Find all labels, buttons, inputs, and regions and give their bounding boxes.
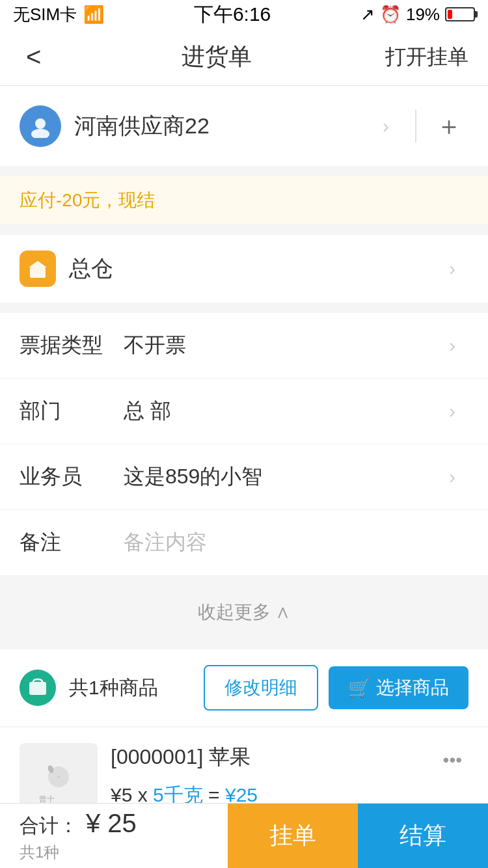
dept-value: 总 部 [124, 397, 449, 426]
remark-label: 备注 [20, 528, 124, 557]
invoice-value: 不开票 [124, 331, 449, 360]
edit-detail-button[interactable]: 修改明细 [204, 665, 318, 711]
warehouse-name: 总仓 [69, 254, 449, 284]
status-right: ↗ ⏰ 19% [360, 5, 475, 25]
product-name: [0000001] 苹果 [111, 743, 437, 772]
warehouse-section[interactable]: 总仓 › [0, 235, 488, 303]
status-time: 下午6:16 [194, 1, 271, 28]
collapse-bar[interactable]: 收起更多 ∧ [0, 586, 488, 639]
open-pending-button[interactable]: 打开挂单 [385, 43, 468, 72]
remark-row[interactable]: 备注 备注内容 [0, 510, 488, 575]
products-header: 共1种商品 修改明细 🛒 选择商品 [0, 649, 488, 726]
product-title: 苹果 [209, 745, 251, 768]
wifi-icon: 📶 [83, 5, 104, 25]
bottom-bar: 合计： ¥ 25 共1种 挂单 结算 [0, 803, 488, 868]
remark-input[interactable]: 备注内容 [124, 528, 468, 557]
add-supplier-button[interactable]: ＋ [429, 102, 468, 150]
total-label: 合计： ¥ 25 [20, 809, 208, 839]
supplier-divider [415, 110, 416, 142]
svg-point-1 [31, 129, 49, 138]
invoice-label: 票据类型 [20, 331, 124, 360]
salesperson-label: 业务员 [20, 463, 124, 491]
salesperson-chevron-icon: › [449, 466, 455, 488]
cart-icon: 🛒 [348, 677, 371, 699]
dept-chevron-icon: › [449, 400, 455, 422]
svg-text:曾十: 曾十 [39, 794, 55, 804]
total-amount: ¥ 25 [86, 809, 137, 838]
battery-icon [445, 7, 475, 21]
salesperson-row[interactable]: 业务员 这是859的小智 › [0, 444, 488, 510]
products-icon [20, 670, 56, 706]
supplier-avatar [20, 105, 61, 147]
svg-point-0 [35, 118, 46, 129]
battery-fill [448, 10, 452, 19]
select-product-label: 选择商品 [376, 675, 449, 700]
supplier-chevron-icon: › [383, 115, 389, 137]
warehouse-icon [20, 251, 56, 287]
status-left: 无SIM卡 📶 [13, 3, 104, 26]
supplier-section: 河南供应商22 › ＋ [0, 86, 488, 166]
carrier-text: 无SIM卡 [13, 3, 77, 26]
alarm-icon: ⏰ [380, 5, 401, 25]
svg-marker-3 [29, 261, 47, 267]
dept-row[interactable]: 部门 总 部 › [0, 379, 488, 444]
product-code: [0000001] [111, 745, 203, 768]
svg-point-7 [57, 776, 60, 778]
product-info: [0000001] 苹果 ¥5 x 5千克 = ¥25 [111, 743, 437, 809]
notice-bar: 应付-20元，现结 [0, 176, 488, 224]
svg-rect-4 [29, 682, 46, 695]
warehouse-chevron-icon: › [449, 258, 455, 280]
supplier-name: 河南供应商22 [74, 111, 383, 141]
total-section: 合计： ¥ 25 共1种 [0, 809, 228, 863]
total-count: 共1种 [20, 842, 208, 863]
products-count: 共1种商品 [69, 675, 204, 701]
checkout-button[interactable]: 结算 [358, 804, 488, 869]
battery-percent: 19% [406, 5, 440, 25]
nav-bar: < 进货单 打开挂单 [0, 29, 488, 86]
status-bar: 无SIM卡 📶 下午6:16 ↗ ⏰ 19% [0, 0, 488, 29]
page-title: 进货单 [182, 41, 252, 73]
invoice-row[interactable]: 票据类型 不开票 › [0, 313, 488, 379]
select-product-button[interactable]: 🛒 选择商品 [329, 666, 468, 709]
fields-section: 票据类型 不开票 › 部门 总 部 › 业务员 这是859的小智 › 备注 备注… [0, 313, 488, 575]
supplier-row[interactable]: 河南供应商22 › ＋ [0, 86, 488, 166]
invoice-chevron-icon: › [449, 334, 455, 357]
total-text: 合计： [20, 813, 78, 839]
location-icon: ↗ [360, 5, 375, 25]
dept-label: 部门 [20, 397, 124, 426]
back-button[interactable]: < [20, 36, 47, 78]
hang-button[interactable]: 挂单 [228, 804, 358, 869]
svg-rect-2 [30, 267, 46, 278]
salesperson-value: 这是859的小智 [124, 463, 449, 491]
product-more-button[interactable]: ••• [437, 743, 468, 777]
